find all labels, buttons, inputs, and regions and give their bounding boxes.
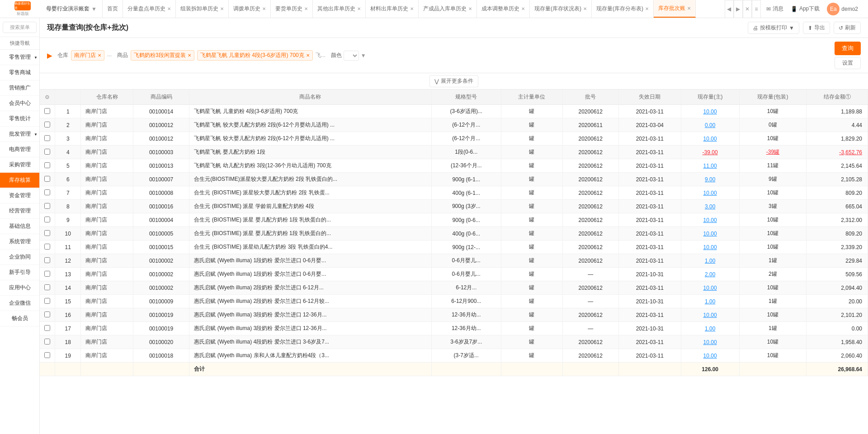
td-stock-main[interactable]: 11.00 — [681, 159, 739, 173]
industry-selector[interactable]: 母婴行业演示账套 ▼ — [41, 0, 103, 18]
sidebar-item-资金管理[interactable]: 资金管理 — [0, 188, 39, 203]
color-select[interactable] — [344, 51, 359, 61]
td-stock-main[interactable]: 9.00 — [681, 173, 739, 186]
td-stock-main[interactable]: 10.00 — [681, 186, 739, 200]
top-tab-库存批次账[interactable]: 库存批次账✕ — [654, 0, 696, 18]
row-checkbox[interactable] — [44, 108, 50, 114]
td-stock-main[interactable]: 3.00 — [681, 200, 739, 213]
sidebar-item-畅会员[interactable]: 畅会员 — [0, 311, 39, 326]
th-settings[interactable]: ⚙ — [40, 90, 55, 105]
td-stock-main[interactable]: 10.00 — [681, 105, 739, 118]
td-checkbox[interactable] — [40, 308, 55, 322]
td-checkbox[interactable] — [40, 200, 55, 213]
refresh-btn[interactable]: ↺ 刷新 — [834, 22, 861, 34]
product-more[interactable]: 飞... — [316, 52, 326, 59]
row-checkbox[interactable] — [44, 271, 50, 277]
top-tab-调拨单历史[interactable]: 调拨单历史✕ — [229, 0, 271, 18]
td-stock-main[interactable]: 10.00 — [681, 227, 739, 241]
td-checkbox[interactable] — [40, 254, 55, 268]
export-btn[interactable]: ⬆ 导出 — [803, 22, 830, 34]
top-tab-产成品入库单历史[interactable]: 产成品入库单历史✕ — [419, 0, 477, 18]
sidebar-item-库存核算[interactable]: 库存核算 — [0, 173, 39, 188]
td-stock-main[interactable]: 1.00 — [681, 254, 739, 268]
row-checkbox[interactable] — [44, 257, 50, 263]
td-checkbox[interactable] — [40, 295, 55, 308]
td-stock-main[interactable]: 10.00 — [681, 241, 739, 254]
td-checkbox[interactable] — [40, 146, 55, 159]
row-checkbox[interactable] — [44, 135, 50, 141]
td-stock-main[interactable]: 0.00 — [681, 118, 739, 132]
sidebar-item-新手引导[interactable]: 新手引导 — [0, 265, 39, 280]
top-tab-现存量(库存状况表)[interactable]: 现存量(库存状况表)✕ — [530, 0, 592, 18]
settings-btn[interactable]: 设置 — [835, 57, 861, 69]
sidebar-item-批发管理[interactable]: 批发管理 — [0, 127, 39, 142]
warehouse-tag[interactable]: 南岸门店 ✕ — [71, 50, 104, 61]
td-stock-main[interactable]: 10.00 — [681, 308, 739, 322]
tab-close-btn[interactable]: ✕ — [304, 6, 308, 11]
sidebar-item-企业微信[interactable]: 企业微信 — [0, 296, 39, 311]
row-checkbox[interactable] — [44, 352, 50, 358]
td-checkbox[interactable] — [40, 213, 55, 227]
tab-close-btn[interactable]: ✕ — [583, 6, 587, 11]
td-checkbox[interactable] — [40, 159, 55, 173]
row-checkbox[interactable] — [44, 244, 50, 250]
td-checkbox[interactable] — [40, 132, 55, 146]
product-tag-1[interactable]: 飞鹤奶粉3段闲置提装 ✕ — [131, 50, 194, 61]
top-tab-首页[interactable]: 首页 — [103, 0, 123, 18]
tab-prev-arrow[interactable]: ◀ — [725, 0, 734, 18]
sidebar-item-零售管理[interactable]: 零售管理 — [0, 50, 39, 65]
top-tab-材料出库单历史[interactable]: 材料出库单历史✕ — [366, 0, 419, 18]
td-checkbox[interactable] — [40, 186, 55, 200]
sidebar-item-营销推广[interactable]: 营销推广 — [0, 80, 39, 96]
row-checkbox[interactable] — [44, 122, 50, 127]
td-checkbox[interactable] — [40, 105, 55, 118]
sidebar-item-基础信息[interactable]: 基础信息 — [0, 219, 39, 234]
column-settings-icon[interactable]: ⚙ — [45, 94, 50, 100]
product-tag-1-remove[interactable]: ✕ — [188, 53, 191, 58]
product-tag-2-remove[interactable]: ✕ — [306, 53, 310, 58]
sidebar-item-经营管理[interactable]: 经营管理 — [0, 203, 39, 219]
tab-close-btn[interactable]: ✕ — [410, 6, 414, 11]
query-btn[interactable]: 查询 — [835, 42, 861, 55]
row-checkbox[interactable] — [44, 162, 50, 168]
quick-nav-btn[interactable]: 快捷导航 — [0, 37, 39, 50]
tab-close-arrow[interactable]: ✕ — [743, 0, 752, 18]
top-tab-组装拆卸单历史[interactable]: 组装拆卸单历史✕ — [176, 0, 229, 18]
td-stock-main[interactable]: 10.00 — [681, 132, 739, 146]
row-checkbox[interactable] — [44, 217, 50, 222]
tab-menu-arrow[interactable]: ≡ — [752, 0, 761, 18]
sidebar-item-系统管理[interactable]: 系统管理 — [0, 234, 39, 250]
td-checkbox[interactable] — [40, 268, 55, 281]
product-tag-2[interactable]: 飞鹤星飞帆 儿童奶粉 4段(3-6岁适用) 700克 ✕ — [197, 50, 313, 61]
app-download-btn[interactable]: 📱 App下载 — [791, 5, 820, 13]
sidebar-item-企业协同[interactable]: 企业协同 — [0, 250, 39, 265]
td-checkbox[interactable] — [40, 227, 55, 241]
print-template-btn[interactable]: 🖨 按模板打印 ▼ — [748, 22, 799, 34]
sidebar-item-零售商城[interactable]: 零售商城 — [0, 65, 39, 80]
sidebar-item-电商管理[interactable]: 电商管理 — [0, 142, 39, 157]
top-tab-分量盘点单历史[interactable]: 分量盘点单历史✕ — [123, 0, 176, 18]
warehouse-tag-remove[interactable]: ✕ — [98, 53, 101, 58]
td-checkbox[interactable] — [40, 173, 55, 186]
tab-close-btn[interactable]: ✕ — [468, 6, 472, 11]
sidebar-item-采购管理[interactable]: 采购管理 — [0, 157, 39, 173]
top-tab-要货单历史[interactable]: 要货单历史✕ — [271, 0, 313, 18]
top-tab-其他出库单历史[interactable]: 其他出库单历史✕ — [313, 0, 366, 18]
sidebar-item-零售统计[interactable]: 零售统计 — [0, 111, 39, 127]
td-stock-main[interactable]: 2.00 — [681, 268, 739, 281]
top-tab-现存量(库存分布表)[interactable]: 现存量(库存分布表)✕ — [592, 0, 654, 18]
row-checkbox[interactable] — [44, 325, 50, 331]
td-stock-main[interactable]: -39.00 — [681, 146, 739, 159]
warehouse-more[interactable]: ··· — [107, 52, 112, 59]
td-checkbox[interactable] — [40, 349, 55, 363]
td-checkbox[interactable] — [40, 281, 55, 295]
td-checkbox[interactable] — [40, 322, 55, 335]
filter-collapse-icon[interactable]: ▶ — [47, 52, 52, 59]
top-tab-成本调整单历史[interactable]: 成本调整单历史✕ — [477, 0, 530, 18]
row-checkbox[interactable] — [44, 230, 50, 236]
td-checkbox[interactable] — [40, 118, 55, 132]
row-checkbox[interactable] — [44, 203, 50, 209]
td-stock-main[interactable]: 10.00 — [681, 213, 739, 227]
row-checkbox[interactable] — [44, 311, 50, 317]
td-stock-main[interactable]: 10.00 — [681, 281, 739, 295]
